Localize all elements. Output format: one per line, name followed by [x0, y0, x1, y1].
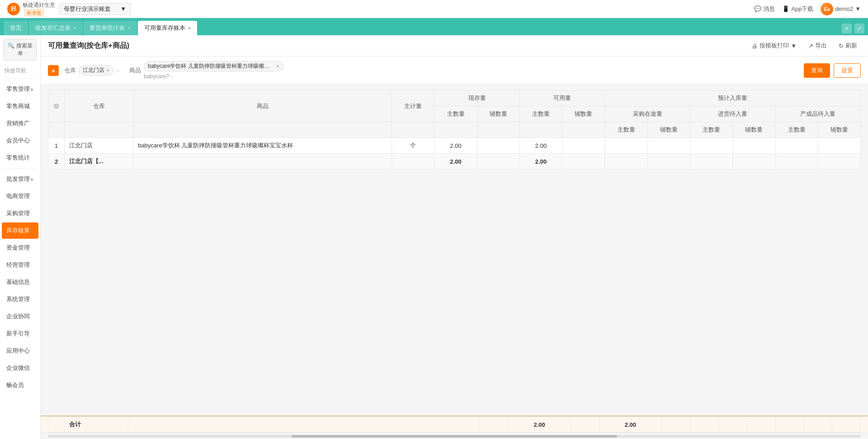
- group-production-main: [775, 154, 818, 170]
- print-template-btn[interactable]: 🖨 按模板打印 ▼: [748, 40, 800, 52]
- tab-receive-summary[interactable]: 收发存汇总表 ×: [29, 21, 82, 35]
- sidebar-item-vip[interactable]: 畅会员: [2, 377, 38, 393]
- th-empty4: [392, 122, 434, 138]
- sidebar-item-inventory-check[interactable]: 库存核算: [2, 222, 38, 239]
- th-gear[interactable]: ⚙: [48, 90, 65, 122]
- product-tag-babycare[interactable]: babycare学饮杯 儿童防摔防撞吸管杯重力球吸嘴杯宝宝水杯 ×: [144, 61, 283, 71]
- logo-icon: 好: [7, 3, 20, 15]
- cell-stock-main-1: 2.00: [434, 138, 477, 154]
- cell-purchase-aux-1: [647, 138, 690, 154]
- th-empty2: [65, 122, 133, 138]
- group-stock-main: 2.00: [434, 154, 477, 170]
- th-forecast-group: 预计入库量: [605, 90, 861, 106]
- app-download-btn[interactable]: 📱 App下载: [782, 5, 813, 13]
- export-btn[interactable]: ↗ 导出: [805, 40, 830, 52]
- filter-area: » 仓库 江北门店 × ··· 商品 babycare学饮杯 儿童防摔防撞吸管杯…: [41, 57, 868, 85]
- sidebar-item-zero-sales-mgmt[interactable]: 零售管理: [2, 81, 38, 97]
- sidebar-item-purchase-mgmt[interactable]: 采购管理: [2, 205, 38, 222]
- logo-area: 好 畅捷通好生意 标准版: [7, 1, 55, 16]
- tab-available-ledger-label: 可用量库存账本: [144, 24, 185, 32]
- group-unit: [392, 154, 434, 170]
- sidebar-item-enterprise-wechat[interactable]: 企业微信: [2, 360, 38, 376]
- page-header: 可用量查询(按仓库+商品) 🖨 按模板打印 ▼ ↗ 导出 ↻ 刷新: [41, 35, 868, 57]
- sidebar-item-label-zero-stats: 零售统计: [6, 154, 30, 162]
- sidebar-item-ecommerce-mgmt[interactable]: 电商管理: [2, 188, 38, 204]
- sidebar-item-label-sys-mgmt: 系统管理: [6, 295, 30, 303]
- sidebar-item-label-member-center: 会员中心: [6, 137, 30, 145]
- avatar: Ea: [821, 3, 833, 15]
- search-menu-btn[interactable]: 🔍 搜索菜单: [4, 39, 37, 61]
- tab-order-stats[interactable]: 要货单统计表 ×: [83, 21, 137, 35]
- template-badge: 标准版: [24, 9, 44, 16]
- message-label: 消息: [763, 5, 775, 13]
- group-seq: 2: [48, 154, 65, 170]
- sidebar-item-app-center[interactable]: 应用中心: [2, 343, 38, 359]
- footer-area: 合计 2.00 2.00: [41, 415, 868, 433]
- username: demo2: [835, 5, 853, 12]
- warehouse-label: 仓库: [64, 66, 76, 75]
- refresh-btn[interactable]: ↻ 刷新: [835, 40, 861, 52]
- cell-seq-1: 1: [48, 138, 65, 154]
- sidebar-item-enterprise-collab[interactable]: 企业协同: [2, 308, 38, 325]
- th-production-aux: 辅数量: [818, 122, 860, 138]
- th-empty3: [133, 122, 392, 138]
- cell-product-1: babycare学饮杯 儿童防摔防撞吸管杯重力球吸嘴杯宝宝水杯: [133, 138, 392, 154]
- scrollbar-track: [48, 435, 861, 438]
- search-icon: 🔍: [8, 42, 14, 49]
- product-more[interactable]: babycare?···: [144, 73, 174, 80]
- th-incoming-main: 主数量: [690, 122, 732, 138]
- sidebar-item-new-guide[interactable]: 新手引导: [2, 326, 38, 342]
- group-available-main: 2.00: [519, 154, 562, 170]
- sidebar-item-label-zero-mall: 零售商城: [6, 102, 30, 110]
- tab-receive-summary-label: 收发存汇总表: [35, 24, 71, 32]
- sidebar-item-zero-mall[interactable]: 零售商城: [2, 98, 38, 114]
- scrollbar-thumb[interactable]: [292, 435, 617, 438]
- tab-bar-right: × ⤢: [842, 24, 864, 35]
- sidebar-item-ops-mgmt[interactable]: 经营管理: [2, 257, 38, 273]
- warehouse-more[interactable]: ···: [115, 67, 120, 74]
- th-empty1: [48, 122, 65, 138]
- cell-incoming-main-1: [690, 138, 732, 154]
- cell-production-aux-1: [818, 138, 860, 154]
- footer-available-main: 2.00: [599, 417, 662, 433]
- warehouse-tag-jiangbei[interactable]: 江北门店 ×: [79, 65, 113, 76]
- footer-production-aux: [832, 417, 861, 433]
- store-selector[interactable]: 母婴行业演示账套 ▼: [59, 3, 131, 15]
- filter-expand-btn[interactable]: »: [48, 65, 59, 76]
- user-menu[interactable]: Ea demo2 ▼: [821, 3, 861, 15]
- gear-icon[interactable]: ⚙: [53, 102, 59, 110]
- horizontal-scrollbar[interactable]: [41, 433, 868, 439]
- th-purchase-transit-group: 采购在途量: [605, 106, 690, 122]
- app-name: 畅捷通好生意: [23, 1, 55, 9]
- tab-available-ledger-close[interactable]: ×: [188, 25, 191, 31]
- product-tag-babycare-close[interactable]: ×: [276, 63, 279, 70]
- sidebar-item-basic-info[interactable]: 基础信息: [2, 274, 38, 290]
- sidebar-item-member-center[interactable]: 会员中心: [2, 132, 38, 149]
- sidebar-item-batch-mgmt[interactable]: 批发管理: [2, 171, 38, 187]
- store-name: 母婴行业演示账套: [64, 5, 111, 13]
- tab-available-ledger[interactable]: 可用量库存账本 ×: [138, 21, 197, 35]
- sidebar-item-sys-mgmt[interactable]: 系统管理: [2, 291, 38, 307]
- product-label: 商品: [129, 66, 141, 75]
- tab-home[interactable]: 首页: [4, 21, 28, 35]
- header-right: 💬 消息 📱 App下载 Ea demo2 ▼: [754, 3, 861, 15]
- group-purchase-main: [605, 154, 647, 170]
- tab-expand-btn[interactable]: ⤢: [854, 24, 864, 33]
- sidebar-item-marketing[interactable]: 营销推广: [2, 115, 38, 132]
- sidebar-item-zero-stats[interactable]: 零售统计: [2, 150, 38, 166]
- tab-close-all-btn[interactable]: ×: [842, 24, 852, 33]
- message-btn[interactable]: 💬 消息: [754, 5, 775, 13]
- warehouse-tag-jiangbei-close[interactable]: ×: [106, 67, 109, 74]
- tab-receive-summary-close[interactable]: ×: [73, 25, 76, 31]
- settings-btn[interactable]: 设置: [834, 63, 861, 78]
- group-product: [133, 154, 392, 170]
- sidebar-divider-2: [4, 168, 37, 169]
- sidebar-item-finance-mgmt[interactable]: 资金管理: [2, 240, 38, 256]
- top-header: 好 畅捷通好生意 标准版 母婴行业演示账套 ▼ 💬 消息 📱 App下载 Ea …: [0, 0, 868, 18]
- footer-table: 合计 2.00 2.00: [48, 416, 861, 433]
- group-available-aux: [562, 154, 605, 170]
- footer-label: 合计: [65, 417, 128, 433]
- th-unit: 主计量: [392, 90, 434, 122]
- query-btn[interactable]: 查询: [804, 63, 830, 78]
- tab-order-stats-close[interactable]: ×: [127, 25, 130, 31]
